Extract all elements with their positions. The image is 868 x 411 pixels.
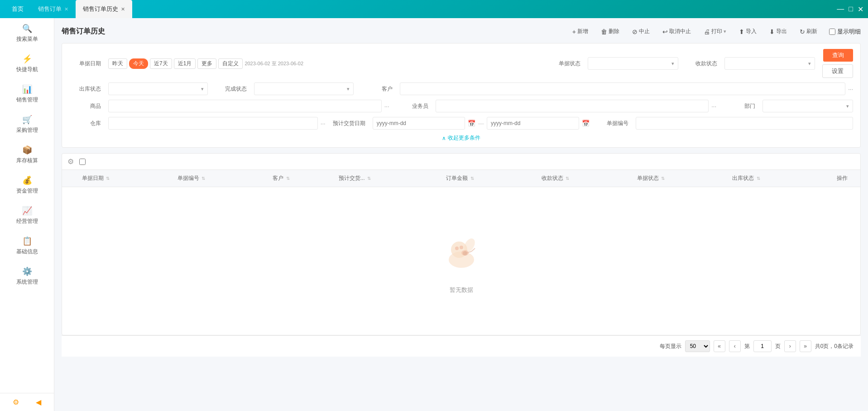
top-bar: 首页 销售订单 ✕ 销售订单历史 ✕ — □ ✕ bbox=[0, 0, 868, 18]
sidebar-item-operations[interactable]: 📈 经营管理 bbox=[0, 200, 54, 231]
th-amount-sort[interactable]: ⇅ bbox=[470, 176, 474, 181]
tab-sales-order[interactable]: 销售订单 ✕ bbox=[31, 0, 76, 18]
query-button[interactable]: 查询 bbox=[823, 49, 853, 62]
table-toolbar: ⚙ bbox=[62, 154, 860, 170]
sidebar-item-quick-nav[interactable]: ⚡ 快捷导航 bbox=[0, 48, 54, 79]
close-sales-order-tab[interactable]: ✕ bbox=[64, 6, 68, 12]
set-button[interactable]: 设置 bbox=[822, 64, 853, 78]
data-table: 单据日期 ⇅ 单据编号 ⇅ 客户 ⇅ 预计交货... bbox=[62, 170, 860, 335]
sales-mgmt-icon: 📊 bbox=[22, 84, 32, 94]
salesperson-input[interactable] bbox=[436, 100, 709, 112]
th-customer-sort[interactable]: ⇅ bbox=[286, 176, 290, 181]
delete-button[interactable]: 🗑 删除 bbox=[596, 25, 624, 38]
delivery-status-select[interactable]: ▾ bbox=[108, 82, 208, 95]
select-all-checkbox[interactable] bbox=[79, 159, 86, 165]
sidebar-item-search-menu[interactable]: 🔍 搜索菜单 bbox=[0, 18, 54, 48]
completion-status-select[interactable]: ▾ bbox=[254, 82, 354, 95]
product-input[interactable] bbox=[108, 100, 382, 112]
delivery-date-to[interactable] bbox=[487, 117, 579, 130]
date-yesterday-btn[interactable]: 昨天 bbox=[108, 58, 127, 69]
calendar-from-icon[interactable]: 📅 bbox=[468, 120, 475, 127]
empty-svg bbox=[439, 228, 484, 273]
sidebar-item-system-mgmt[interactable]: ⚙️ 系统管理 bbox=[0, 261, 54, 291]
inventory-icon: 📦 bbox=[22, 145, 32, 155]
th-amount-label: 订单金额 bbox=[446, 175, 468, 181]
table-settings-icon[interactable]: ⚙ bbox=[67, 157, 74, 166]
sidebar-bottom: ⚙ ◀ bbox=[0, 393, 54, 411]
import-button[interactable]: ⬆ 导入 bbox=[734, 25, 761, 38]
stop-button[interactable]: ⊘ 中止 bbox=[628, 25, 654, 38]
warehouse-input[interactable] bbox=[108, 117, 318, 130]
date-more-btn[interactable]: 更多 bbox=[197, 58, 216, 69]
minimize-icon[interactable]: — bbox=[837, 5, 844, 13]
th-delivery-status: 出库状态 ⇅ bbox=[729, 170, 824, 187]
display-detail-checkbox[interactable] bbox=[829, 29, 835, 35]
empty-state: 暂无数据 bbox=[66, 192, 857, 330]
delivery-date-from[interactable] bbox=[373, 117, 465, 130]
payment-status-chevron: ▾ bbox=[808, 61, 811, 67]
date-custom-btn[interactable]: 自定义 bbox=[218, 58, 243, 69]
prev-page-btn[interactable]: ‹ bbox=[729, 340, 741, 352]
department-select[interactable]: ▾ bbox=[762, 100, 853, 112]
sidebar-item-purchase-mgmt[interactable]: 🛒 采购管理 bbox=[0, 109, 54, 140]
close-history-tab[interactable]: ✕ bbox=[121, 6, 125, 12]
close-window-icon[interactable]: ✕ bbox=[858, 5, 863, 14]
sidebar-item-finance[interactable]: 💰 资金管理 bbox=[0, 170, 54, 200]
maximize-icon[interactable]: □ bbox=[849, 5, 853, 13]
cancel-stop-button[interactable]: ↩ 取消中止 bbox=[658, 25, 695, 38]
toolbar: + 新增 🗑 删除 ⊘ 中止 ↩ 取消中止 🖨 打印 bbox=[568, 25, 861, 38]
order-status-select[interactable]: ▾ bbox=[588, 57, 678, 70]
date-last7-btn[interactable]: 近7天 bbox=[150, 58, 172, 69]
page-title: 销售订单历史 bbox=[62, 27, 105, 36]
warehouse-dots[interactable]: ··· bbox=[321, 120, 326, 127]
customer-input[interactable] bbox=[400, 82, 845, 95]
department-label: 部门 bbox=[724, 102, 755, 110]
th-date-label: 单据日期 bbox=[82, 175, 104, 181]
svg-point-3 bbox=[455, 247, 459, 250]
tab-home[interactable]: 首页 bbox=[5, 0, 31, 18]
th-select bbox=[62, 170, 78, 187]
filter-row-1: 单据日期 昨天 今天 近7天 近1月 更多 自定义 2023-06-02 至 2… bbox=[69, 49, 853, 78]
date-last1m-btn[interactable]: 近1月 bbox=[174, 58, 196, 69]
sidebar-item-inventory[interactable]: 📦 库存核算 bbox=[0, 140, 54, 170]
th-payment-status-sort[interactable]: ⇅ bbox=[566, 176, 569, 181]
sidebar-item-sales-mgmt[interactable]: 📊 销售管理 bbox=[0, 79, 54, 109]
payment-status-select[interactable]: ▾ bbox=[724, 57, 815, 70]
th-delivery-status-sort[interactable]: ⇅ bbox=[757, 176, 760, 181]
new-button[interactable]: + 新增 bbox=[568, 25, 593, 38]
customer-field: ··· bbox=[400, 82, 853, 95]
new-icon: + bbox=[572, 28, 576, 35]
th-operations: 操作 bbox=[824, 170, 860, 187]
collapse-row[interactable]: ∧ 收起更多条件 bbox=[69, 134, 853, 142]
tab-sales-order-history[interactable]: 销售订单历史 ✕ bbox=[76, 0, 132, 18]
per-page-select[interactable]: 50 20 100 bbox=[685, 340, 710, 352]
sidebar-settings-icon[interactable]: ⚙ bbox=[13, 398, 19, 406]
purchase-mgmt-icon: 🛒 bbox=[22, 115, 32, 125]
order-number-field bbox=[636, 117, 853, 130]
product-dots[interactable]: ··· bbox=[384, 103, 389, 110]
th-delivery-date-sort[interactable]: ⇅ bbox=[367, 176, 371, 181]
sidebar-item-basic-info[interactable]: 📋 基础信息 bbox=[0, 231, 54, 261]
sidebar-collapse-icon[interactable]: ◀ bbox=[36, 398, 41, 406]
collapse-label: 收起更多条件 bbox=[448, 134, 480, 142]
last-page-btn[interactable]: » bbox=[800, 340, 811, 352]
filter-row-2: 出库状态 ▾ 完成状态 ▾ 客户 ··· bbox=[69, 82, 853, 95]
th-order-status-sort[interactable]: ⇅ bbox=[661, 176, 665, 181]
window-controls: — □ ✕ bbox=[837, 5, 863, 14]
export-button[interactable]: ⬇ 导出 bbox=[765, 25, 791, 38]
print-button[interactable]: 🖨 打印 ▾ bbox=[699, 25, 731, 38]
refresh-button[interactable]: ↻ 刷新 bbox=[795, 25, 822, 38]
date-today-btn[interactable]: 今天 bbox=[129, 58, 148, 69]
th-date-sort[interactable]: ⇅ bbox=[106, 176, 110, 181]
first-page-btn[interactable]: « bbox=[714, 340, 725, 352]
delivery-date-field: 📅 — 📅 bbox=[373, 117, 590, 130]
next-page-btn[interactable]: › bbox=[784, 340, 796, 352]
order-number-input[interactable] bbox=[636, 117, 853, 130]
th-customer-label: 客户 bbox=[273, 175, 283, 181]
table-header-row: 单据日期 ⇅ 单据编号 ⇅ 客户 ⇅ 预计交货... bbox=[62, 170, 860, 187]
customer-dots[interactable]: ··· bbox=[848, 86, 853, 92]
th-number-sort[interactable]: ⇅ bbox=[201, 176, 205, 181]
salesperson-dots[interactable]: ··· bbox=[711, 103, 716, 110]
calendar-to-icon[interactable]: 📅 bbox=[582, 120, 590, 127]
page-input[interactable] bbox=[753, 340, 772, 352]
